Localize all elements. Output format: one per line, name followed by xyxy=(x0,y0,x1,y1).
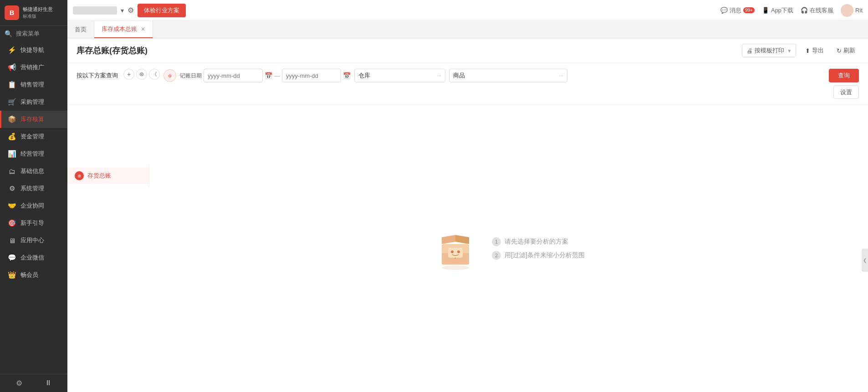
scheme-item-label: 存货总账 xyxy=(87,172,111,180)
sidebar-footer: ⚙ ⏸ xyxy=(0,374,67,392)
sidebar-logo: B 畅捷通好生意 标准版 xyxy=(0,0,67,26)
topbar-nav: ▾ ⚙ xyxy=(73,6,134,15)
svg-point-7 xyxy=(451,250,454,253)
page-header: 库存总账(存货总账) 🖨 按模板打印 ▾ ⬆ 导出 ↻ 刷新 xyxy=(67,38,868,63)
sidebar-item-label: 企业微信 xyxy=(20,254,44,262)
date-label: 记账日期 xyxy=(180,72,202,80)
demo-btn[interactable]: 体验行业方案 xyxy=(138,4,186,17)
sidebar-toggle-btn[interactable]: ⏸ xyxy=(45,379,52,387)
marketing-icon: 📢 xyxy=(8,63,16,71)
service-icon: 🎧 xyxy=(801,7,808,14)
sidebar-item-apps[interactable]: 🖥 应用中心 xyxy=(0,232,67,249)
print-icon: 🖨 xyxy=(747,47,753,54)
svg-marker-3 xyxy=(455,235,469,244)
tab-home-label: 首页 xyxy=(75,25,87,34)
sidebar-item-basic[interactable]: 🗂 基础信息 xyxy=(0,163,67,180)
warehouse-more-icon[interactable]: ··· xyxy=(437,73,441,78)
settings-icon[interactable]: ⚙ xyxy=(128,6,134,15)
breadcrumb xyxy=(73,6,117,15)
sidebar-item-label: 采购管理 xyxy=(20,98,44,106)
calendar-end-icon[interactable]: 📅 xyxy=(343,72,351,79)
sidebar-item-purchase[interactable]: 🛒 采购管理 xyxy=(0,93,67,111)
goods-filter[interactable]: 商品 ··· xyxy=(449,69,567,82)
dropdown-icon[interactable]: ▾ xyxy=(121,7,124,14)
sidebar-item-label: 系统管理 xyxy=(20,184,44,193)
filter-collapse-btn[interactable]: 《 xyxy=(149,69,160,80)
app-icon: 📱 xyxy=(762,7,769,14)
sidebar-nav: ⚡ 快捷导航 📢 营销推广 📋 销售管理 🛒 采购管理 📦 库存核算 💰 资金管… xyxy=(0,41,67,374)
sidebar-item-marketing[interactable]: 📢 营销推广 xyxy=(0,59,67,76)
app-download-btn[interactable]: 📱 App下载 xyxy=(762,6,793,15)
goods-label: 商品 xyxy=(453,71,559,80)
date-start-input[interactable] xyxy=(204,69,263,82)
search-icon: 🔍 xyxy=(5,30,12,37)
tab-home[interactable]: 首页 xyxy=(67,21,94,38)
svg-point-0 xyxy=(442,265,469,270)
funds-icon: 💰 xyxy=(8,132,16,141)
main-content-body: ⊛ 存货总账 xyxy=(67,105,868,392)
sidebar-item-label: 库存核算 xyxy=(20,115,44,123)
sidebar-item-label: 畅会员 xyxy=(20,271,38,279)
sidebar-item-quick-nav[interactable]: ⚡ 快捷导航 xyxy=(0,41,67,59)
sidebar-item-inventory[interactable]: 📦 库存核算 xyxy=(0,111,67,128)
sidebar-item-label: 经营管理 xyxy=(20,150,44,158)
sidebar-item-system[interactable]: ⚙ 系统管理 xyxy=(0,180,67,197)
basic-icon: 🗂 xyxy=(8,168,16,175)
sidebar-item-operations[interactable]: 📊 经营管理 xyxy=(0,145,67,163)
guide-icon: 🎯 xyxy=(8,219,16,227)
empty-illustration: ? xyxy=(433,226,478,271)
logo-badge: 标准版 xyxy=(23,13,53,20)
cooperation-icon: 🤝 xyxy=(8,202,16,210)
sidebar-item-guide[interactable]: 🎯 新手引导 xyxy=(0,214,67,232)
sidebar-item-wecom[interactable]: 💬 企业微信 xyxy=(0,249,67,266)
export-btn[interactable]: ⬆ 导出 xyxy=(802,44,827,57)
tip-text-2: 用[过滤]条件来缩小分析范围 xyxy=(505,251,585,260)
right-panel-toggle[interactable]: ❮ xyxy=(862,249,868,272)
query-btn[interactable]: 查询 xyxy=(829,69,859,82)
date-end-input[interactable] xyxy=(282,69,341,82)
calendar-start-icon[interactable]: 📅 xyxy=(265,72,272,79)
user-profile[interactable]: Rit xyxy=(841,4,863,17)
sidebar-item-member[interactable]: 👑 畅会员 xyxy=(0,266,67,284)
sidebar: B 畅捷通好生意 标准版 🔍 搜索菜单 ⚡ 快捷导航 📢 营销推广 📋 销售管理… xyxy=(0,0,67,392)
message-icon: 💬 xyxy=(720,7,728,14)
sidebar-item-label: 快捷导航 xyxy=(20,46,44,54)
logo-text-block: 畅捷通好生意 标准版 xyxy=(23,6,53,19)
goods-more-icon[interactable]: ··· xyxy=(559,73,563,78)
sidebar-item-label: 新手引导 xyxy=(20,219,44,227)
page-header-actions: 🖨 按模板打印 ▾ ⬆ 导出 ↻ 刷新 xyxy=(742,44,859,57)
filter-add-btn[interactable]: + xyxy=(123,69,134,80)
page-title: 库存总账(存货总账) xyxy=(77,45,148,56)
sidebar-search[interactable]: 🔍 搜索菜单 xyxy=(0,26,67,41)
empty-tip-2: 2 用[过滤]条件来缩小分析范围 xyxy=(492,251,585,260)
refresh-btn[interactable]: ↻ 刷新 xyxy=(833,44,859,57)
tab-inventory-cost[interactable]: 库存成本总账 ✕ xyxy=(94,21,153,38)
online-service-btn[interactable]: 🎧 在线客服 xyxy=(801,6,833,15)
settings-btn[interactable]: 设置 xyxy=(833,85,859,99)
content-area: 库存总账(存货总账) 🖨 按模板打印 ▾ ⬆ 导出 ↻ 刷新 按以下方案查询 xyxy=(67,38,868,392)
filter-actions: 查询 设置 xyxy=(823,69,859,99)
sidebar-item-sales[interactable]: 📋 销售管理 xyxy=(0,76,67,93)
inventory-icon: 📦 xyxy=(8,115,16,123)
sidebar-item-cooperation[interactable]: 🤝 企业协同 xyxy=(0,197,67,214)
tip-num-1: 1 xyxy=(492,237,501,246)
empty-tip-1: 1 请先选择要分析的方案 xyxy=(492,237,585,246)
print-dropdown-icon[interactable]: ▾ xyxy=(788,47,791,54)
sidebar-item-funds[interactable]: 💰 资金管理 xyxy=(0,128,67,145)
sidebar-item-label: 企业协同 xyxy=(20,202,44,210)
svg-point-8 xyxy=(457,250,460,253)
sidebar-item-label: 营销推广 xyxy=(20,63,44,71)
warehouse-filter[interactable]: 仓库 ··· xyxy=(354,69,445,82)
message-btn[interactable]: 💬 消息 99+ xyxy=(720,6,755,15)
filter-row: ⊛ 记账日期 📅 — 📅 仓库 ··· 商品 xyxy=(163,69,823,82)
topbar-left: ▾ ⚙ 体验行业方案 xyxy=(73,4,186,17)
sidebar-settings-btn[interactable]: ⚙ xyxy=(16,379,22,387)
logo-name: 畅捷通好生意 xyxy=(23,6,53,13)
tab-close-icon[interactable]: ✕ xyxy=(141,26,145,32)
system-icon: ⚙ xyxy=(8,184,16,193)
scheme-tag[interactable]: ⊛ xyxy=(163,69,176,82)
print-btn[interactable]: 🖨 按模板打印 ▾ xyxy=(742,44,796,57)
message-badge: 99+ xyxy=(743,7,755,13)
filter-bookmark-btn[interactable]: ⊛ xyxy=(136,69,147,80)
scheme-item-inventory[interactable]: ⊛ 存货总账 xyxy=(67,168,149,184)
